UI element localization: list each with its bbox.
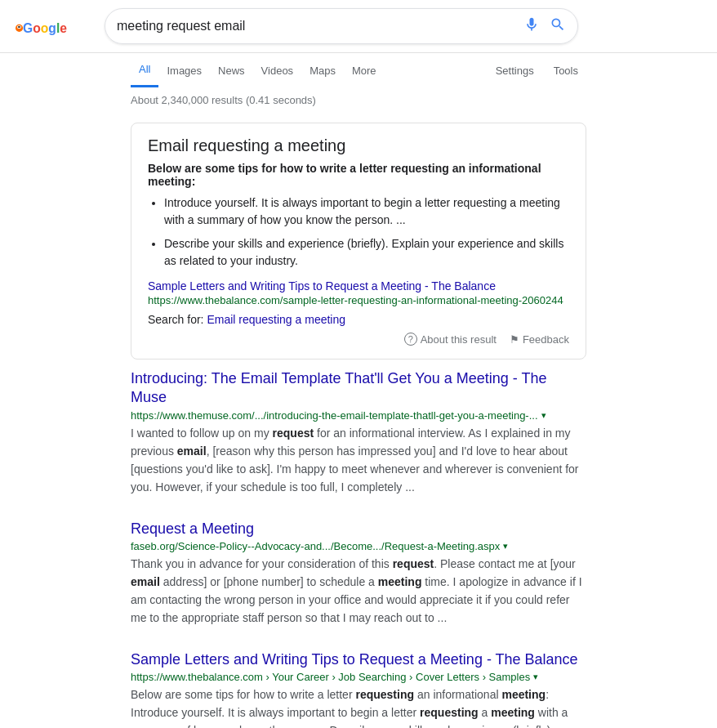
nav-right: Settings Tools <box>488 55 586 87</box>
snippet-bullet-1: Introduce yourself. It is always importa… <box>164 194 569 229</box>
search-button[interactable] <box>550 16 566 37</box>
search-bar[interactable]: meeting request email <box>105 8 578 44</box>
result-url-row-2: faseb.org/Science-Policy--Advocacy-and..… <box>131 540 586 552</box>
tab-more[interactable]: More <box>344 55 385 87</box>
search-for: Search for: Email requesting a meeting <box>148 313 569 326</box>
logo-area: Google <box>13 18 88 42</box>
result-title-2[interactable]: Request a Meeting <box>131 520 586 538</box>
main-content: Email requesting a meeting Below are som… <box>0 123 717 728</box>
tab-settings[interactable]: Settings <box>488 55 542 87</box>
search-input[interactable]: meeting request email <box>117 19 523 33</box>
tab-news[interactable]: News <box>210 55 253 87</box>
svg-text:Google: Google <box>23 21 67 35</box>
search-for-link[interactable]: Email requesting a meeting <box>207 313 345 326</box>
tab-tools[interactable]: Tools <box>546 55 586 87</box>
snippet-bullet-2: Describe your skills and experience (bri… <box>164 235 569 270</box>
dropdown-arrow-1[interactable]: ▾ <box>541 410 546 421</box>
nav-tabs: All Images News Videos Maps More Setting… <box>0 53 717 87</box>
snippet-subtitle: Below are some tips for how to write a l… <box>148 162 569 188</box>
tab-all[interactable]: All <box>131 53 158 87</box>
snippet-list: Introduce yourself. It is always importa… <box>148 194 569 270</box>
snippet-title: Email requesting a meeting <box>148 136 569 155</box>
result-desc-2: Thank you in advance for your considerat… <box>131 556 586 628</box>
tab-images[interactable]: Images <box>158 55 210 87</box>
result-desc-1: I wanted to follow up on my request for … <box>131 425 586 497</box>
tab-maps[interactable]: Maps <box>301 55 344 87</box>
svg-point-4 <box>19 26 20 28</box>
result-url-row-3: https://www.thebalance.com › Your Career… <box>131 671 586 683</box>
flag-icon: ⚑ <box>510 333 519 346</box>
result-item-1: Introducing: The Email Template That'll … <box>131 369 586 497</box>
result-title-1[interactable]: Introducing: The Email Template That'll … <box>131 369 586 408</box>
result-title-3[interactable]: Sample Letters and Writing Tips to Reque… <box>131 650 586 669</box>
google-logo: Google <box>13 18 88 42</box>
result-url-3: https://www.thebalance.com › Your Career… <box>131 671 530 683</box>
dropdown-arrow-2[interactable]: ▾ <box>503 541 508 552</box>
header: Google meeting request email <box>0 0 717 53</box>
result-item-2: Request a Meeting faseb.org/Science-Poli… <box>131 520 586 628</box>
about-result[interactable]: ? About this result <box>404 333 497 346</box>
tab-videos[interactable]: Videos <box>253 55 302 87</box>
result-url-row-1: https://www.themuse.com/.../introducing-… <box>131 409 586 422</box>
result-item-3: Sample Letters and Writing Tips to Reque… <box>131 650 586 728</box>
snippet-url: https://www.thebalance.com/sample-letter… <box>148 294 569 306</box>
featured-snippet: Email requesting a meeting Below are som… <box>131 123 586 360</box>
snippet-footer: ? About this result ⚑ Feedback <box>148 333 569 346</box>
result-desc-3: Below are some tips for how to write a l… <box>131 686 586 728</box>
question-icon: ? <box>404 333 417 346</box>
feedback-btn[interactable]: ⚑ Feedback <box>510 333 569 346</box>
snippet-source-link[interactable]: Sample Letters and Writing Tips to Reque… <box>148 279 496 293</box>
results-info: About 2,340,000 results (0.41 seconds) <box>0 87 717 113</box>
mic-icon[interactable] <box>523 16 540 37</box>
result-url-1: https://www.themuse.com/.../introducing-… <box>131 409 538 422</box>
dropdown-arrow-3[interactable]: ▾ <box>533 672 538 682</box>
search-icons <box>523 16 566 37</box>
result-url-2: faseb.org/Science-Policy--Advocacy-and..… <box>131 540 500 552</box>
